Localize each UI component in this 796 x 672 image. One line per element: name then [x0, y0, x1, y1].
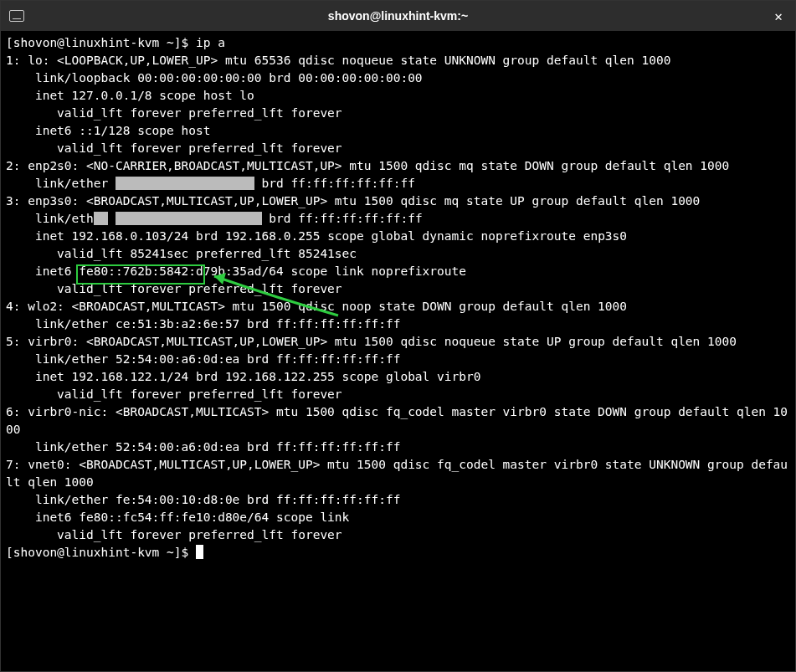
redacted-mac	[116, 212, 262, 225]
close-button[interactable]: ✕	[770, 8, 787, 24]
output-line: valid_lft forever preferred_lft forever	[6, 141, 342, 155]
output-line: valid_lft forever preferred_lft forever	[6, 528, 342, 541]
terminal-icon	[9, 10, 24, 22]
output-line: inet 127.0.0.1/8 scope host lo	[6, 89, 254, 102]
highlighted-ip: 192.168.0.103/24	[72, 229, 189, 243]
output-line: link/loopback 00:00:00:00:00:00 brd 00:0…	[6, 71, 423, 85]
output-line: valid_lft forever preferred_lft forever	[6, 282, 342, 295]
output-line: link/ether	[6, 177, 116, 190]
output-line: inet6 fe80::762b:5842:d79b:35ad/64 scope…	[6, 264, 474, 278]
output-line: 6: virbr0-nic: <BROADCAST,MULTICAST> mtu…	[6, 405, 788, 436]
output-line: link/eth	[6, 212, 94, 225]
output-line: inet6 ::1/128 scope host	[6, 124, 218, 137]
window-title: shovon@linuxhint-kvm:~	[328, 9, 468, 23]
prompt: [shovon@linuxhint-kvm ~]$	[6, 36, 196, 49]
command: ip a	[196, 36, 225, 49]
output-line: inet 192.168.122.1/24 brd 192.168.122.25…	[6, 370, 480, 383]
output-line: inet	[6, 229, 72, 243]
output-line: brd ff:ff:ff:ff:ff:ff	[254, 177, 415, 190]
redacted-mac	[116, 177, 254, 190]
output-line: 1: lo: <LOOPBACK,UP,LOWER_UP> mtu 65536 …	[6, 54, 670, 67]
terminal-body[interactable]: [shovon@linuxhint-kvm ~]$ ip a 1: lo: <L…	[1, 31, 795, 671]
output-line: 3: enp3s0: <BROADCAST,MULTICAST,UP,LOWER…	[6, 194, 700, 208]
output-line: brd ff:ff:ff:ff:ff:ff	[262, 212, 423, 225]
output-line: valid_lft forever preferred_lft forever	[6, 387, 342, 401]
output-line: link/ether fe:54:00:10:d8:0e brd ff:ff:f…	[6, 493, 400, 506]
output-line: valid_lft forever preferred_lft forever	[6, 106, 342, 120]
output-line: link/ether 52:54:00:a6:0d:ea brd ff:ff:f…	[6, 440, 400, 454]
output-line: 2: enp2s0: <NO-CARRIER,BROADCAST,MULTICA…	[6, 159, 729, 172]
prompt: [shovon@linuxhint-kvm ~]$	[6, 546, 196, 559]
output-line: 4: wlo2: <BROADCAST,MULTICAST> mtu 1500 …	[6, 300, 627, 313]
titlebar: shovon@linuxhint-kvm:~ ✕	[1, 1, 795, 31]
output-line: link/ether 52:54:00:a6:0d:ea brd ff:ff:f…	[6, 352, 400, 366]
terminal-window: shovon@linuxhint-kvm:~ ✕ [shovon@linuxhi…	[0, 0, 796, 672]
output-line: 7: vnet0: <BROADCAST,MULTICAST,UP,LOWER_…	[6, 458, 788, 489]
output-line: brd 192.168.0.255 scope global dynamic n…	[188, 229, 627, 243]
redacted-mac	[94, 212, 108, 225]
output-line: link/ether ce:51:3b:a2:6e:57 brd ff:ff:f…	[6, 317, 400, 331]
output-line: valid_lft 85241sec preferred_lft 85241se…	[6, 247, 357, 260]
output-line: inet6 fe80::fc54:ff:fe10:d80e/64 scope l…	[6, 510, 357, 524]
output-line: 5: virbr0: <BROADCAST,MULTICAST,UP,LOWER…	[6, 335, 737, 348]
cursor	[196, 545, 203, 559]
